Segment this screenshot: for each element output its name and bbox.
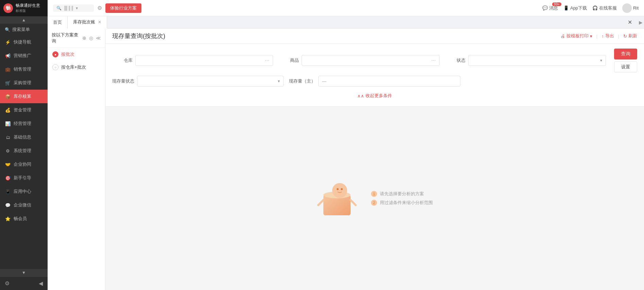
main-close-icon[interactable]: ✕: [625, 19, 635, 25]
collapse-sidebar-icon[interactable]: ◀: [39, 280, 43, 287]
filter-row-1: 仓库 ··· 商品 ···: [112, 49, 637, 72]
sidebar-item-inventory[interactable]: 📦 库存核算: [0, 90, 48, 103]
collapse-panel-icon[interactable]: ≪: [96, 35, 101, 41]
app-download-label: App下载: [570, 5, 587, 11]
scheme-item-by-batch[interactable]: ● 按批次: [48, 48, 105, 61]
topbar-search-text: ▐▌▌▌: [63, 6, 74, 11]
tab-home[interactable]: 首页: [48, 16, 68, 29]
warehouse-input[interactable]: ···: [135, 55, 273, 66]
left-panel-header: 按以下方案查询 ⊕ ◎ ≪: [48, 29, 105, 48]
search-icon: 🔍: [5, 27, 10, 32]
user-profile-action[interactable]: Rit: [622, 3, 639, 13]
chevron-up-icon: ∧∧: [357, 93, 364, 98]
scheme-item-by-warehouse-batch[interactable]: ○ 按仓库+批次: [48, 61, 105, 74]
svg-point-5: [341, 188, 343, 190]
export-button[interactable]: ↑ 导出: [601, 33, 614, 39]
online-service-action[interactable]: 🎧 在线客服: [592, 5, 617, 11]
edit-scheme-icon[interactable]: ◎: [89, 35, 93, 41]
sidebar-item-enterprise[interactable]: 🤝 企业协同: [0, 158, 48, 171]
product-input[interactable]: ···: [302, 55, 439, 66]
collapse-more-button[interactable]: ∧∧ 收起更多条件: [112, 90, 637, 102]
action-buttons: 查询 设置: [614, 49, 637, 72]
svg-point-4: [337, 188, 339, 190]
empty-content: 1 请先选择要分析的方案 2 用过滤条件来缩小分析范围: [317, 180, 433, 217]
sidebar-icon-wechat: 💬: [5, 202, 11, 208]
sidebar-icon-guide: 🎯: [5, 175, 11, 181]
refresh-label: 刷新: [628, 33, 637, 39]
sidebar-search[interactable]: 🔍 搜索菜单: [0, 24, 48, 35]
sidebar-icon-finance: 💰: [5, 107, 11, 113]
sidebar-label-member: 畅会员: [14, 216, 27, 222]
app-info: 畅康通好生意 标准版: [16, 3, 40, 13]
print-button[interactable]: 🖨 按模板打印 ▾: [561, 33, 592, 39]
scheme-label-by-warehouse-batch: 按仓库+批次: [61, 64, 86, 70]
sidebar-icon-marketing: 📢: [5, 53, 11, 59]
sidebar-item-shortcut[interactable]: ⚡ 快捷导航: [0, 35, 48, 49]
sidebar-scroll-up[interactable]: ▲: [0, 16, 48, 24]
sidebar-item-apps[interactable]: 📱 应用中心: [0, 185, 48, 198]
sidebar-label-guide: 新手引导: [14, 175, 31, 181]
page-title: 现存量查询(按批次): [112, 32, 165, 40]
topbar-gear-icon[interactable]: ⚙: [97, 5, 102, 11]
tab-home-label: 首页: [53, 19, 62, 25]
tip-text-2: 用过滤条件来缩小分析范围: [380, 200, 433, 206]
status-select[interactable]: ▾: [468, 55, 606, 66]
sidebar-item-finance[interactable]: 💰 资金管理: [0, 103, 48, 117]
sidebar-item-wechat[interactable]: 💬 企业微信: [0, 198, 48, 212]
stock-status-select[interactable]: ▾: [137, 76, 284, 87]
headset-icon: 🎧: [592, 5, 598, 11]
add-scheme-icon[interactable]: ⊕: [82, 35, 86, 41]
sidebar-label-marketing: 营销推广: [14, 53, 31, 59]
sidebar-item-basic[interactable]: 🗂 基础信息: [0, 130, 48, 144]
app-title: 畅康通好生意: [16, 3, 40, 8]
stock-qty-min[interactable]: —: [318, 76, 460, 87]
sidebar: 畅 畅康通好生意 标准版 ▲ 🔍 搜索菜单 ⚡ 快捷导航 📢 营销推广 💼 销售…: [0, 0, 48, 290]
topbar: 🔍 ▐▌▌▌ ▾ ⚙ 体验行业方案 💬 消息 99+ 📱 App下载 🎧 在线客…: [48, 0, 644, 16]
refresh-button[interactable]: ↻ 刷新: [623, 33, 637, 39]
sidebar-scroll-down[interactable]: ▼: [0, 269, 48, 276]
sidebar-label-system: 系统管理: [14, 148, 31, 154]
query-button[interactable]: 查询: [614, 49, 637, 59]
tabs-bar: 首页 库存批次账 ✕ ✕ ▶: [48, 16, 644, 29]
sidebar-item-marketing[interactable]: 📢 营销推广: [0, 49, 48, 62]
sidebar-label-shortcut: 快捷导航: [14, 39, 31, 45]
app-subtitle: 标准版: [16, 8, 40, 13]
left-panel: 按以下方案查询 ⊕ ◎ ≪ ● 按批次 ○: [48, 29, 105, 290]
sidebar-item-guide[interactable]: 🎯 新手引导: [0, 171, 48, 185]
sidebar-item-sales[interactable]: 💼 销售管理: [0, 62, 48, 76]
svg-line-7: [351, 200, 356, 205]
sidebar-label-sales: 销售管理: [14, 66, 31, 72]
online-service-label: 在线客服: [599, 5, 617, 11]
username: Rit: [633, 5, 639, 11]
phone-icon: 📱: [563, 5, 569, 11]
scheme-dot-active: ●: [52, 51, 58, 57]
sidebar-item-operations[interactable]: 📊 经营管理: [0, 117, 48, 130]
sidebar-icon-shortcut: ⚡: [5, 39, 11, 45]
settings-icon[interactable]: ⚙: [5, 280, 10, 287]
stock-status-label: 现存量状态: [112, 78, 134, 84]
print-dropdown-icon[interactable]: ▾: [590, 34, 592, 39]
topbar-dropdown-icon[interactable]: ▾: [76, 6, 78, 11]
export-label: 导出: [605, 33, 614, 39]
tab-batch-ledger[interactable]: 库存批次账 ✕: [68, 16, 107, 29]
messages-action[interactable]: 💬 消息 99+: [542, 5, 558, 11]
sidebar-label-basic: 基础信息: [14, 134, 31, 140]
experience-industry-button[interactable]: 体验行业方案: [105, 3, 141, 13]
sidebar-icon-operations: 📊: [5, 121, 11, 127]
sidebar-item-member[interactable]: ⭐ 畅会员: [0, 212, 48, 225]
tab-close-icon[interactable]: ✕: [98, 20, 101, 24]
empty-illustration: [317, 180, 357, 217]
empty-tip-2: 2 用过滤条件来缩小分析范围: [371, 200, 433, 206]
topbar-search[interactable]: 🔍 ▐▌▌▌ ▾: [53, 4, 94, 12]
sidebar-item-purchase[interactable]: 🛒 采购管理: [0, 76, 48, 90]
filter-area: 仓库 ··· 商品 ···: [105, 44, 644, 107]
sidebar-footer: ⚙ ◀: [0, 276, 48, 290]
settings-button[interactable]: 设置: [614, 61, 637, 72]
app-download-action[interactable]: 📱 App下载: [563, 5, 587, 11]
main-area: 🔍 ▐▌▌▌ ▾ ⚙ 体验行业方案 💬 消息 99+ 📱 App下载 🎧 在线客…: [48, 0, 644, 290]
sidebar-item-system[interactable]: ⚙ 系统管理: [0, 144, 48, 158]
collapse-more-label: 收起更多条件: [366, 93, 392, 99]
tabs-more-icon[interactable]: ▶: [638, 20, 644, 25]
status-label: 状态: [445, 57, 465, 64]
sidebar-icon-enterprise: 🤝: [5, 161, 11, 167]
